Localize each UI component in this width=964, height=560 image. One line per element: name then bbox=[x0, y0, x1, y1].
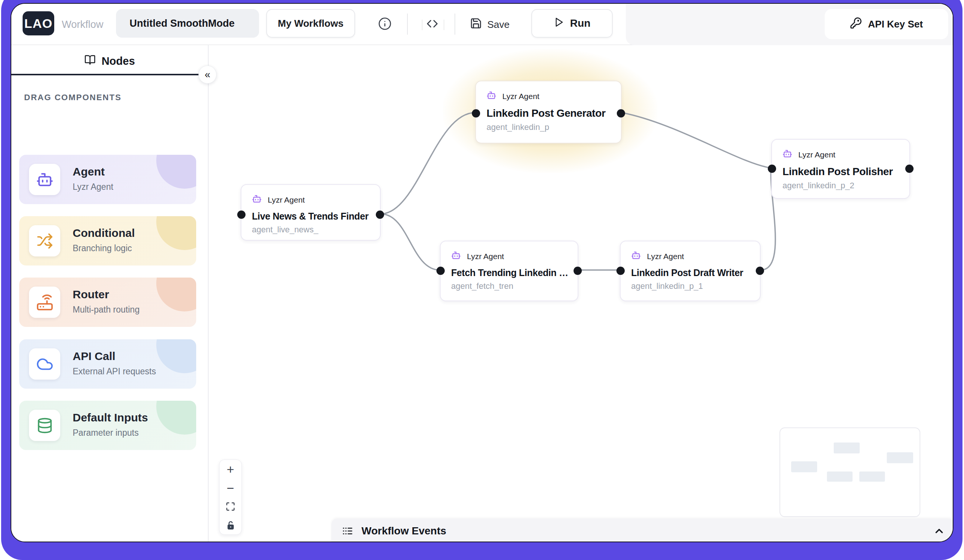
output-handle[interactable] bbox=[617, 109, 625, 117]
code-button[interactable] bbox=[425, 4, 440, 45]
drag-components-label: DRAG COMPONENTS bbox=[24, 93, 122, 103]
component-card-conditional[interactable]: Conditional Branching logic bbox=[19, 216, 196, 265]
node-id: agent_live_news_ bbox=[252, 225, 371, 234]
card-subtitle: Branching logic bbox=[73, 243, 132, 254]
node-title: Live News & Trends Finder bbox=[252, 211, 371, 222]
book-icon bbox=[84, 54, 96, 68]
sidebar-title-label: Nodes bbox=[102, 55, 135, 67]
app-logo[interactable]: LAO bbox=[23, 11, 54, 36]
workflow-node-linkedin-post-generator[interactable]: Lyzr Agent Linkedin Post Generator agent… bbox=[475, 81, 622, 143]
chevron-up-icon[interactable] bbox=[933, 525, 945, 537]
component-card-agent[interactable]: Agent Lyzr Agent bbox=[19, 155, 196, 204]
cloud-icon bbox=[29, 348, 60, 379]
minimap-node bbox=[827, 472, 853, 482]
save-label: Save bbox=[487, 19, 510, 31]
zoom-in-button[interactable]: + bbox=[220, 460, 241, 479]
database-icon bbox=[29, 410, 60, 441]
api-key-label: API Key Set bbox=[868, 18, 923, 30]
save-icon bbox=[470, 17, 482, 32]
lock-open-icon bbox=[226, 519, 235, 533]
workflow-events-bar[interactable]: Workflow Events bbox=[331, 519, 953, 542]
card-title: Agent bbox=[73, 165, 105, 178]
sidebar-title: Nodes bbox=[11, 54, 208, 68]
robot-icon bbox=[487, 90, 496, 102]
node-type-label: Lyzr Agent bbox=[467, 252, 504, 261]
canvas-controls: + − bbox=[219, 459, 242, 535]
minimap-node bbox=[887, 452, 913, 463]
component-card-router[interactable]: Router Multi-path routing bbox=[19, 278, 196, 327]
output-handle[interactable] bbox=[905, 164, 914, 173]
node-id: agent_linkedin_p bbox=[487, 122, 612, 132]
header-divider bbox=[454, 13, 455, 35]
node-title: Linkedin Post Generator bbox=[487, 107, 612, 119]
product-label: Workflow bbox=[62, 4, 104, 45]
lock-button[interactable] bbox=[220, 516, 241, 535]
node-type-label: Lyzr Agent bbox=[268, 195, 305, 205]
robot-icon bbox=[29, 164, 60, 195]
card-subtitle: External API requests bbox=[73, 366, 156, 377]
header-divider bbox=[407, 13, 408, 35]
shuffle-icon bbox=[29, 225, 60, 256]
header-tick bbox=[422, 20, 422, 30]
output-handle[interactable] bbox=[376, 210, 384, 219]
router-icon bbox=[29, 287, 60, 318]
edge-livenews-fetch bbox=[381, 214, 440, 270]
workflow-events-title: Workflow Events bbox=[362, 525, 446, 537]
info-button[interactable] bbox=[377, 4, 392, 45]
card-title: Default Inputs bbox=[73, 411, 148, 424]
robot-icon bbox=[783, 149, 792, 160]
minimap-node bbox=[859, 472, 885, 482]
output-handle[interactable] bbox=[573, 267, 582, 275]
robot-icon bbox=[252, 194, 262, 206]
input-handle[interactable] bbox=[472, 109, 480, 117]
output-handle[interactable] bbox=[756, 267, 764, 275]
run-label: Run bbox=[570, 17, 591, 29]
node-type-label: Lyzr Agent bbox=[502, 92, 539, 101]
workflow-node-fetch-trending-linkedin[interactable]: Lyzr Agent Fetch Trending Linkedin … age… bbox=[440, 241, 578, 301]
maximize-icon bbox=[226, 500, 235, 514]
zoom-out-button[interactable]: − bbox=[220, 479, 241, 498]
play-icon bbox=[554, 17, 564, 30]
nodes-sidebar: Nodes DRAG COMPONENTS Agent Lyzr Agent C… bbox=[11, 45, 208, 542]
input-handle[interactable] bbox=[237, 210, 246, 219]
input-handle[interactable] bbox=[616, 267, 625, 275]
sidebar-collapse-button[interactable]: « bbox=[199, 65, 217, 84]
card-title: Router bbox=[73, 288, 109, 301]
minimap[interactable] bbox=[780, 427, 920, 517]
fit-view-button[interactable] bbox=[220, 498, 241, 516]
card-corner-decor bbox=[156, 216, 196, 250]
workflow-node-linkedin-post-polisher[interactable]: Lyzr Agent Linkedin Post Polisher agent_… bbox=[771, 139, 910, 199]
card-corner-decor bbox=[156, 401, 196, 435]
code-icon bbox=[426, 17, 439, 32]
node-type-label: Lyzr Agent bbox=[798, 150, 835, 159]
screenshot-stage: LAO Workflow My Workflows bbox=[0, 0, 964, 560]
sidebar-title-underline bbox=[11, 74, 205, 75]
save-button[interactable]: Save bbox=[470, 4, 510, 45]
my-workflows-button[interactable]: My Workflows bbox=[266, 9, 355, 37]
card-subtitle: Parameter inputs bbox=[73, 428, 138, 438]
node-title: Fetch Trending Linkedin … bbox=[451, 267, 568, 278]
card-corner-decor bbox=[156, 339, 196, 373]
run-button[interactable]: Run bbox=[531, 9, 613, 37]
minimap-node bbox=[791, 461, 817, 472]
header-tick bbox=[444, 20, 445, 30]
card-corner-decor bbox=[156, 155, 196, 189]
node-id: agent_linkedin_p_2 bbox=[783, 181, 900, 190]
workflow-name-input[interactable] bbox=[116, 9, 259, 37]
input-handle[interactable] bbox=[768, 164, 776, 173]
robot-icon bbox=[631, 251, 641, 262]
component-card-default-inputs[interactable]: Default Inputs Parameter inputs bbox=[19, 401, 196, 450]
node-type-label: Lyzr Agent bbox=[647, 252, 684, 261]
node-title: Linkedin Post Polisher bbox=[783, 166, 900, 178]
card-subtitle: Lyzr Agent bbox=[73, 182, 113, 192]
my-workflows-label: My Workflows bbox=[278, 18, 344, 29]
info-icon bbox=[378, 17, 392, 32]
component-card-api-call[interactable]: API Call External API requests bbox=[19, 339, 196, 389]
card-title: API Call bbox=[73, 350, 115, 363]
input-handle[interactable] bbox=[436, 267, 445, 275]
key-icon bbox=[850, 17, 862, 32]
api-key-status[interactable]: API Key Set bbox=[825, 9, 948, 39]
workflow-node-live-news-trends-finder[interactable]: Lyzr Agent Live News & Trends Finder age… bbox=[241, 184, 381, 241]
logs-icon bbox=[342, 525, 353, 537]
workflow-node-linkedin-post-draft-writer[interactable]: Lyzr Agent Linkedin Post Draft Writer ag… bbox=[620, 241, 760, 301]
